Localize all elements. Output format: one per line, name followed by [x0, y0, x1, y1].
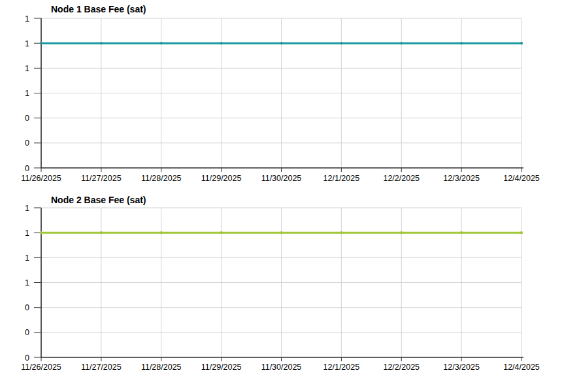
series-point-marker: [40, 42, 42, 44]
y-tick-label: 1: [25, 253, 29, 263]
x-tick-label: 11/30/2025: [261, 363, 302, 372]
charts-canvas: 000111111/26/202511/27/202511/28/202511/…: [0, 0, 562, 392]
x-tick-label: 11/29/2025: [201, 174, 242, 183]
series-point-marker: [220, 231, 223, 234]
series-point-marker: [340, 231, 342, 234]
series-point-marker: [520, 231, 523, 234]
x-tick-label: 12/4/2025: [503, 174, 540, 183]
series-point-marker: [160, 231, 163, 234]
series-point-marker: [160, 42, 163, 44]
series-point-marker: [400, 42, 403, 44]
series-point-marker: [460, 231, 463, 234]
y-tick-label: 0: [25, 164, 29, 173]
y-tick-label: 0: [25, 303, 29, 312]
chart-2-plot: 000111111/26/202511/27/202511/28/202511/…: [21, 204, 540, 372]
chart-1-plot: 000111111/26/202511/27/202511/28/202511/…: [21, 14, 540, 184]
series-point-marker: [520, 42, 523, 44]
y-tick-label: 0: [25, 114, 29, 123]
series-point-marker: [220, 42, 223, 44]
x-tick-label: 12/1/2025: [323, 174, 360, 183]
x-tick-label: 11/27/2025: [81, 174, 122, 183]
x-tick-label: 11/26/2025: [21, 363, 61, 372]
x-tick-label: 12/2/2025: [383, 363, 420, 372]
x-tick-label: 12/3/2025: [443, 363, 480, 372]
series-point-marker: [340, 42, 342, 44]
x-tick-label: 11/28/2025: [141, 363, 182, 372]
series-point-marker: [40, 231, 42, 234]
x-tick-label: 12/4/2025: [503, 363, 540, 372]
y-tick-label: 0: [25, 353, 29, 363]
y-tick-label: 0: [25, 328, 29, 337]
x-tick-label: 12/2/2025: [383, 174, 420, 183]
series-point-marker: [280, 231, 282, 234]
x-tick-label: 11/30/2025: [261, 174, 302, 183]
x-tick-label: 11/29/2025: [201, 363, 242, 372]
y-tick-label: 1: [25, 229, 29, 238]
x-tick-label: 11/26/2025: [21, 174, 61, 183]
x-tick-label: 12/3/2025: [443, 174, 480, 183]
y-tick-label: 1: [25, 64, 29, 73]
y-tick-label: 0: [25, 139, 29, 148]
y-tick-label: 1: [25, 39, 29, 48]
x-tick-label: 11/28/2025: [141, 174, 182, 183]
series-point-marker: [100, 42, 103, 44]
y-tick-label: 1: [25, 278, 29, 287]
x-tick-label: 11/27/2025: [81, 363, 122, 372]
y-tick-label: 1: [25, 204, 29, 213]
series-point-marker: [400, 231, 403, 234]
series-point-marker: [100, 231, 103, 234]
y-tick-label: 1: [25, 14, 29, 24]
series-point-marker: [280, 42, 282, 44]
fee-charts-page: Node 1 Base Fee (sat) Node 2 Base Fee (s…: [0, 0, 562, 392]
y-tick-label: 1: [25, 89, 29, 98]
x-tick-label: 12/1/2025: [323, 363, 360, 372]
series-point-marker: [460, 42, 463, 44]
